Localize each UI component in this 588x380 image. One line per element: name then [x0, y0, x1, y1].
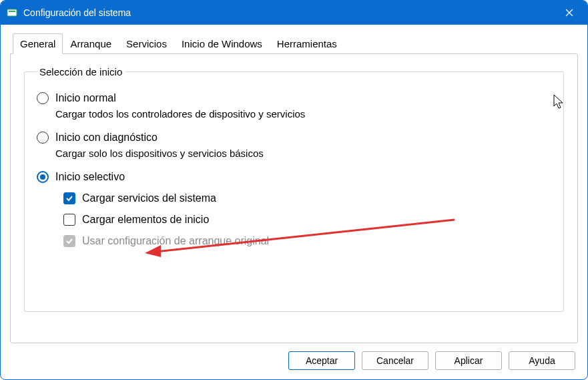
tab-startup[interactable]: Inicio de Windows: [174, 33, 270, 54]
radio-label: Inicio normal: [55, 92, 116, 104]
checkbox-label: Cargar servicios del sistema: [82, 192, 216, 204]
option-selective: Inicio selectivo Cargar servicios del si…: [37, 171, 551, 247]
system-config-window: Configuración del sistema General Arranq…: [0, 0, 588, 380]
client-area: General Arranque Servicios Inicio de Win…: [1, 25, 587, 379]
checkbox-load-services[interactable]: Cargar servicios del sistema: [63, 192, 551, 204]
radio-icon: [37, 171, 49, 183]
selective-sub-options: Cargar servicios del sistema Cargar elem…: [63, 192, 551, 247]
tab-strip: General Arranque Servicios Inicio de Win…: [10, 33, 578, 53]
radio-label: Inicio selectivo: [55, 171, 125, 183]
svg-rect-1: [9, 11, 15, 12]
tab-panel: Selección de inicio Inicio normal Cargar…: [10, 53, 578, 343]
option-diagnostic: Inicio con diagnóstico Cargar solo los d…: [37, 132, 551, 159]
close-button[interactable]: [554, 1, 585, 25]
app-icon: [6, 7, 18, 19]
option-normal-desc: Cargar todos los controladores de dispos…: [55, 108, 551, 120]
radio-selective[interactable]: Inicio selectivo: [37, 171, 551, 183]
checkbox-label: Cargar elementos de inicio: [82, 214, 209, 226]
ok-button[interactable]: Aceptar: [288, 351, 355, 370]
tab-boot[interactable]: Arranque: [63, 33, 119, 54]
tab-tools[interactable]: Herramientas: [270, 33, 344, 54]
checkbox-load-startup[interactable]: Cargar elementos de inicio: [63, 214, 551, 226]
titlebar: Configuración del sistema: [1, 1, 587, 25]
checkbox-icon: [63, 192, 75, 204]
group-legend: Selección de inicio: [37, 66, 125, 77]
radio-icon: [37, 132, 49, 144]
svg-rect-0: [7, 9, 17, 16]
apply-button[interactable]: Aplicar: [435, 351, 502, 370]
tab-services[interactable]: Servicios: [119, 33, 174, 54]
dialog-buttons: Aceptar Cancelar Aplicar Ayuda: [10, 343, 578, 370]
startup-selection-group: Selección de inicio Inicio normal Cargar…: [24, 66, 564, 312]
option-diagnostic-desc: Cargar solo los dispositivos y servicios…: [55, 148, 551, 159]
cancel-button[interactable]: Cancelar: [362, 351, 428, 370]
checkbox-icon: [63, 235, 75, 247]
radio-normal[interactable]: Inicio normal: [37, 92, 551, 104]
option-normal: Inicio normal Cargar todos los controlad…: [37, 92, 551, 120]
checkbox-original-boot: Usar configuración de arranque original: [63, 235, 551, 247]
checkbox-label: Usar configuración de arranque original: [82, 235, 269, 247]
radio-icon: [37, 92, 49, 104]
tab-general[interactable]: General: [13, 33, 63, 54]
radio-label: Inicio con diagnóstico: [55, 132, 158, 144]
window-title: Configuración del sistema: [23, 7, 554, 18]
checkbox-icon: [63, 214, 75, 226]
help-button[interactable]: Ayuda: [509, 351, 575, 370]
radio-diagnostic[interactable]: Inicio con diagnóstico: [37, 132, 551, 144]
